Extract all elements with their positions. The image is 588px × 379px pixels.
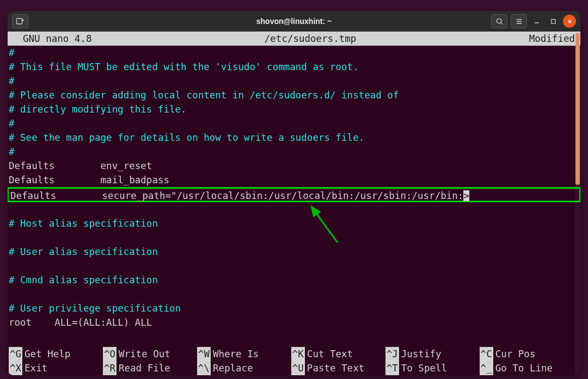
highlighted-line: Defaults secure_path="/usr/local/sbin:/u… (8, 187, 580, 202)
shortcut-exit: ^XExit (9, 361, 103, 375)
shortcut-cur-pos: ^CCur Pos (480, 347, 574, 361)
new-tab-icon (16, 17, 24, 26)
close-button[interactable] (563, 15, 576, 28)
minimize-button[interactable] (530, 15, 543, 28)
editor-line: # (9, 116, 579, 131)
editor-area: # # This file MUST be edited with the 'v… (8, 46, 580, 330)
close-icon (567, 18, 573, 24)
editor-line: # (9, 46, 579, 60)
shortcut-where-is: ^WWhere Is (197, 347, 291, 361)
editor-line (9, 287, 579, 301)
shortcut-replace: ^\Replace (197, 361, 291, 375)
terminal-body[interactable]: GNU nano 4.8 /etc/sudoers.tmp Modified #… (8, 32, 580, 375)
cursor: > (463, 190, 469, 201)
editor-line (9, 231, 579, 245)
footer-row-2: ^XExit ^RRead File ^\Replace ^UPaste Tex… (9, 361, 574, 375)
editor-line: # Please consider adding local content i… (9, 88, 579, 102)
shortcut-cut-text: ^KCut Text (291, 347, 385, 361)
editor-line: # (9, 74, 579, 88)
svg-rect-2 (551, 19, 555, 23)
maximize-icon (550, 18, 556, 24)
nano-status: Modified (529, 32, 579, 46)
shortcut-justify: ^JJustify (385, 347, 480, 361)
search-button[interactable] (491, 14, 507, 28)
svg-point-1 (497, 18, 501, 23)
window-title: shovon@linuxhint: ~ (256, 17, 332, 26)
editor-line: # User privilege specification (9, 301, 579, 315)
terminal-window: shovon@linuxhint: ~ (8, 11, 580, 375)
nano-app-name: GNU nano 4.8 (9, 32, 91, 46)
nano-footer: ^GGet Help ^OWrite Out ^WWhere Is ^KCut … (8, 347, 575, 375)
search-icon (495, 17, 504, 26)
shortcut-paste-text: ^UPaste Text (291, 361, 385, 375)
shortcut-get-help: ^GGet Help (9, 347, 103, 361)
minimize-icon (534, 18, 540, 24)
shortcut-read-file: ^RRead File (103, 361, 197, 375)
menu-button[interactable] (511, 14, 527, 28)
editor-line: # See the man page for details on how to… (9, 131, 579, 145)
editor-line (9, 259, 579, 273)
editor-line: # (9, 145, 579, 159)
nano-file-name: /etc/sudoers.tmp (91, 32, 529, 46)
svg-rect-0 (17, 18, 22, 24)
editor-text: Defaults secure_path="/usr/local/sbin:/u… (10, 190, 463, 201)
editor-line: # This file MUST be edited with the 'vis… (9, 60, 579, 74)
nano-header-bar: GNU nano 4.8 /etc/sudoers.tmp Modified (8, 32, 580, 46)
new-tab-button[interactable] (12, 14, 28, 28)
shortcut-to-spell: ^TTo Spell (385, 361, 480, 375)
editor-line: # Host alias specification (9, 216, 579, 231)
hamburger-icon (515, 17, 523, 26)
editor-line (9, 202, 579, 216)
editor-line: root ALL=(ALL:ALL) ALL (9, 315, 579, 330)
footer-row-1: ^GGet Help ^OWrite Out ^WWhere Is ^KCut … (9, 347, 574, 361)
editor-line: Defaults env_reset (9, 159, 579, 173)
editor-line: # User alias specification (9, 245, 579, 259)
scrollbar-thumb[interactable] (575, 33, 580, 185)
editor-line: # directly modifying this file. (9, 102, 579, 116)
shortcut-write-out: ^OWrite Out (103, 347, 197, 361)
editor-line: # Cmnd alias specification (9, 273, 579, 287)
scrollbar-track[interactable] (575, 32, 580, 375)
shortcut-go-to-line: ^_Go To Line (480, 361, 574, 375)
titlebar: shovon@linuxhint: ~ (8, 11, 580, 32)
maximize-button[interactable] (547, 15, 560, 28)
editor-line: Defaults mail_badpass (9, 173, 579, 187)
